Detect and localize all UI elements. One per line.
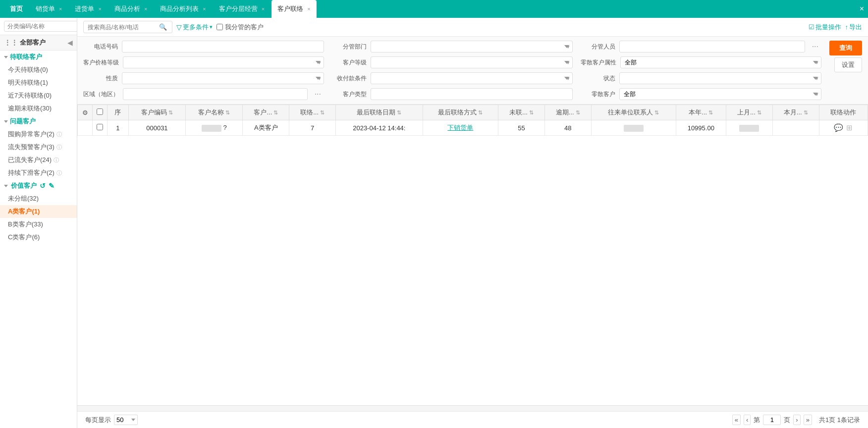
sidebar-lost[interactable]: 已流失客户(24) ⓘ — [0, 154, 77, 166]
last-month-block — [739, 125, 759, 132]
th-last-method[interactable]: 最后联络方式⇅ — [423, 105, 498, 120]
region-more-icon[interactable]: ··· — [312, 89, 324, 100]
th-this-month[interactable]: 本月...⇅ — [772, 105, 819, 120]
action-chat-icon[interactable]: 💬 — [834, 123, 843, 132]
payment-select[interactable] — [371, 72, 573, 84]
th-no-contact[interactable]: 未联...⇅ — [498, 105, 545, 120]
sidebar-declining[interactable]: 持续下滑客户(2) ⓘ — [0, 166, 77, 179]
row-code: 000031 — [128, 120, 185, 136]
sidebar-abnormal[interactable]: 囤购异常客户(2) ⓘ — [0, 128, 77, 141]
group-value-customer[interactable]: 价值客户 ↺ ✎ — [0, 179, 77, 192]
retail-attr-select[interactable]: 全部 — [620, 56, 821, 68]
th-gear[interactable]: ⚙ — [78, 105, 93, 120]
setting-btn[interactable]: 设置 — [834, 57, 862, 72]
page-next-btn[interactable]: › — [793, 415, 800, 425]
filter-search-input[interactable] — [88, 24, 157, 31]
nav-customer-layer-close[interactable]: × — [262, 0, 265, 18]
region-input[interactable] — [123, 88, 308, 100]
last-method-link[interactable]: 下销货单 — [447, 124, 473, 131]
my-customer-checkbox-label[interactable]: 我分管的客户 — [217, 23, 264, 32]
th-name[interactable]: 客户名称⇅ — [186, 105, 243, 120]
lost-info-icon: ⓘ — [54, 157, 59, 164]
sidebar-tomorrow-contact[interactable]: 明天待联络(1) — [0, 76, 77, 89]
nav-home[interactable]: 首页 — [4, 0, 29, 18]
manager-more-icon[interactable]: ··· — [809, 41, 821, 52]
dept-select[interactable] — [371, 41, 573, 53]
sidebar-collapse-btn[interactable]: ◀ — [67, 39, 73, 47]
group-problem-triangle — [4, 120, 8, 123]
sidebar-loss-warning[interactable]: 流失预警客户(3) ⓘ — [0, 141, 77, 154]
adv-filter: 电话号码 分管部门 分管人员 ··· — [77, 37, 868, 105]
horizontal-scrollbar[interactable] — [77, 405, 868, 411]
group-pending-contact[interactable]: 待联络客户 — [0, 51, 77, 63]
filter-status: 状态 — [581, 72, 821, 84]
value-refresh-icon[interactable]: ↺ — [40, 182, 46, 190]
row-last-method[interactable]: 下销货单 — [423, 120, 498, 136]
per-page-area: 每页显示 10 20 50 100 — [85, 415, 138, 425]
nav-goods-list[interactable]: 商品分析列表 × — [154, 0, 212, 18]
content-area: 🔍 ▽ 更多条件 ▾ 我分管的客户 ☑ 批量操作 ↑ 导出 — [77, 18, 868, 428]
th-contact-count[interactable]: 联络...⇅ — [289, 105, 336, 120]
nav-customer-contact-close[interactable]: × — [307, 0, 310, 18]
sidebar-week-contact[interactable]: 近7天待联络(0) — [0, 89, 77, 102]
nav-goods-list-close[interactable]: × — [203, 0, 206, 18]
table-select-all[interactable] — [97, 108, 103, 115]
batch-operation-btn[interactable]: ☑ 批量操作 — [809, 23, 841, 32]
export-icon: ↑ — [845, 23, 849, 31]
th-year[interactable]: 本年...⇅ — [676, 105, 726, 120]
price-level-select[interactable] — [123, 56, 324, 68]
sidebar-search-input[interactable] — [4, 21, 77, 32]
customer-level-select[interactable] — [371, 56, 573, 68]
sidebar-b-class[interactable]: B类客户(33) — [0, 218, 77, 231]
customer-type-input[interactable] — [371, 88, 573, 100]
th-code[interactable]: 客户编码⇅ — [128, 105, 185, 120]
row-checkbox — [93, 120, 108, 136]
query-btn[interactable]: 查询 — [829, 41, 862, 55]
nav-customer-contact[interactable]: 客户联络 × — [271, 0, 316, 18]
th-action: 联络动作 — [819, 105, 868, 120]
row-level: A类客户 — [243, 120, 289, 136]
sidebar-today-contact[interactable]: 今天待联络(0) — [0, 63, 77, 76]
per-page-select[interactable]: 10 20 50 100 — [114, 415, 138, 425]
row-this-month — [772, 120, 819, 136]
group-problem-customer[interactable]: 问题客户 — [0, 115, 77, 128]
nav-goods-analysis-close[interactable]: × — [144, 0, 147, 18]
sidebar-all-customers-title: ⋮⋮ 全部客户 — [4, 38, 46, 47]
phone-input[interactable] — [122, 41, 324, 53]
sidebar-overdue-contact[interactable]: 逾期未联络(30) — [0, 102, 77, 115]
manager-input[interactable] — [619, 41, 805, 53]
value-edit-icon[interactable]: ✎ — [49, 182, 54, 190]
nav-purchase[interactable]: 进货单 × — [69, 0, 107, 18]
page-last-btn[interactable]: » — [804, 415, 812, 425]
page-number-input[interactable] — [763, 415, 781, 425]
action-grid-icon[interactable]: ⊞ — [846, 123, 853, 132]
declining-info-icon: ⓘ — [56, 169, 62, 177]
nav-customer-layer[interactable]: 客户分层经营 × — [213, 0, 271, 18]
page-prev-btn[interactable]: ‹ — [744, 415, 751, 425]
nav-purchase-close[interactable]: × — [98, 0, 101, 18]
nav-sales-close[interactable]: × — [59, 0, 62, 18]
nav-goods-analysis[interactable]: 商品分析 × — [108, 0, 153, 18]
sidebar-c-class[interactable]: C类客户(6) — [0, 231, 77, 244]
export-btn[interactable]: ↑ 导出 — [845, 23, 863, 32]
th-contact-person[interactable]: 往来单位联系人⇅ — [591, 105, 676, 120]
topnav-close-all[interactable]: × — [860, 4, 864, 13]
th-level[interactable]: 客户...⇅ — [243, 105, 289, 120]
filter-more-btn[interactable]: ▽ 更多条件 ▾ — [176, 23, 213, 32]
sidebar-ungroup[interactable]: 未分组(32) — [0, 192, 77, 205]
customer-table: ⚙ 序 客户编码⇅ 客户名称⇅ 客户...⇅ 联络...⇅ 最后联络日期⇅ 最后… — [77, 105, 868, 136]
retail-customer-select[interactable]: 全部 — [619, 88, 821, 100]
status-select[interactable] — [619, 72, 821, 84]
th-last-month[interactable]: 上月...⇅ — [726, 105, 773, 120]
th-last-date[interactable]: 最后联络日期⇅ — [336, 105, 423, 120]
my-customer-checkbox[interactable] — [217, 24, 223, 30]
th-overdue[interactable]: 逾期...⇅ — [544, 105, 591, 120]
row-select[interactable] — [97, 124, 103, 130]
row-last-date: 2023-04-12 14:44: — [336, 120, 423, 136]
nav-sales[interactable]: 销货单 × — [30, 0, 68, 18]
sidebar-a-class[interactable]: A类客户(1) — [0, 205, 77, 218]
filter-search-icon[interactable]: 🔍 — [159, 23, 167, 31]
page-first-btn[interactable]: « — [732, 415, 741, 425]
group-pending-triangle — [4, 56, 8, 58]
nature-select[interactable] — [122, 72, 324, 84]
